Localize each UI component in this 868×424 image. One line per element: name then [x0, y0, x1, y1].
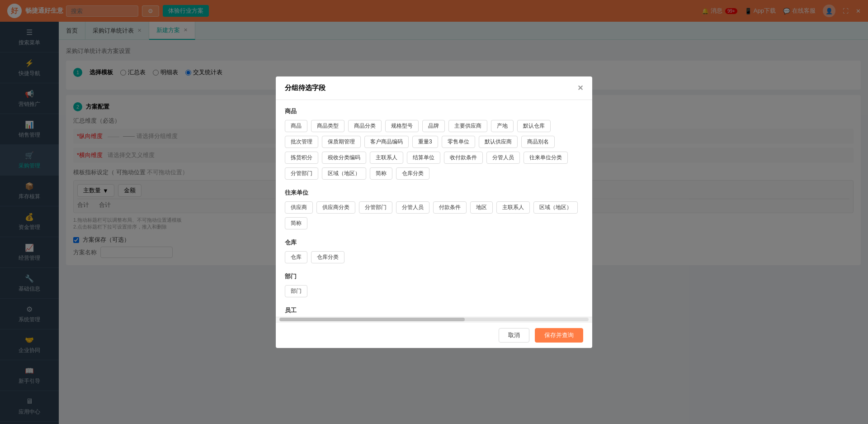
- tag-area-region2[interactable]: 区域（地区）: [533, 201, 578, 214]
- section-dept-title: 部门: [285, 272, 583, 281]
- section-product-title: 商品: [285, 107, 583, 115]
- tag-default-supplier[interactable]: 默认供应商: [479, 136, 518, 148]
- tag-main-supplier[interactable]: 主要供应商: [448, 120, 487, 132]
- modal-header: 分组待选字段 ✕: [276, 76, 592, 100]
- tag-warehouse-cat[interactable]: 仓库分类: [311, 251, 344, 263]
- tag-mgmt-dept[interactable]: 分管部门: [285, 167, 318, 180]
- section-warehouse-title: 仓库: [285, 238, 583, 247]
- modal-footer: 取消 保存并查询: [276, 322, 592, 348]
- h-scrollbar-thumb[interactable]: [279, 318, 465, 321]
- tag-origin[interactable]: 产地: [491, 120, 514, 132]
- section-partner: 往来单位 供应商 供应商分类 分管部门 分管人员 付款条件 地区 主联系人 区域…: [285, 189, 583, 229]
- tag-abbr[interactable]: 简称: [370, 167, 392, 180]
- tag-abbr2[interactable]: 简称: [285, 217, 307, 229]
- tag-dept[interactable]: 部门: [285, 285, 307, 297]
- modal-bottom-scrollbar[interactable]: [276, 317, 592, 322]
- tag-product[interactable]: 商品: [285, 120, 307, 132]
- tag-retail-unit[interactable]: 零售单位: [442, 136, 475, 148]
- confirm-button[interactable]: 保存并查询: [535, 328, 583, 343]
- tag-brand[interactable]: 品牌: [422, 120, 445, 132]
- tag-settlement-unit[interactable]: 结算单位: [407, 152, 440, 164]
- section-employee-title: 员工: [285, 306, 583, 314]
- tag-pick-points[interactable]: 拣货积分: [285, 152, 318, 164]
- modal-close-button[interactable]: ✕: [577, 84, 583, 92]
- tag-spec-model[interactable]: 规格型号: [385, 120, 419, 132]
- cancel-button[interactable]: 取消: [499, 328, 529, 343]
- tag-supplier[interactable]: 供应商: [285, 201, 313, 214]
- modal-title: 分组待选字段: [285, 84, 326, 92]
- tag-warehouse-category[interactable]: 仓库分类: [396, 167, 429, 180]
- warehouse-tags: 仓库 仓库分类: [285, 251, 583, 263]
- tag-pay-condition[interactable]: 付款条件: [433, 201, 467, 214]
- tag-warehouse[interactable]: 仓库: [285, 251, 307, 263]
- tag-product-alias[interactable]: 商品别名: [521, 136, 555, 148]
- modal-body: 商品 商品 商品类型 商品分类 规格型号 品牌 主要供应商 产地 默认仓库 批次…: [276, 100, 592, 317]
- section-warehouse: 仓库 仓库 仓库分类: [285, 238, 583, 263]
- tag-manager[interactable]: 分管人员: [486, 152, 520, 164]
- partner-tags: 供应商 供应商分类 分管部门 分管人员 付款条件 地区 主联系人 区域（地区） …: [285, 201, 583, 229]
- section-product: 商品 商品 商品类型 商品分类 规格型号 品牌 主要供应商 产地 默认仓库 批次…: [285, 107, 583, 180]
- modal-overlay: 分组待选字段 ✕ 商品 商品 商品类型 商品分类 规格型号 品牌 主要供应商 产…: [0, 0, 868, 424]
- tag-product-type[interactable]: 商品类型: [311, 120, 344, 132]
- tag-partner-dept[interactable]: 分管部门: [359, 201, 392, 214]
- tag-product-category[interactable]: 商品分类: [348, 120, 382, 132]
- tag-tax-code[interactable]: 税收分类编码: [322, 152, 366, 164]
- tag-main-contact[interactable]: 主联系人: [370, 152, 403, 164]
- tag-region[interactable]: 地区: [470, 201, 493, 214]
- tag-partner-manager[interactable]: 分管人员: [396, 201, 429, 214]
- tag-expiry-mgmt[interactable]: 保质期管理: [322, 136, 361, 148]
- tag-customer-code[interactable]: 客户商品编码: [364, 136, 409, 148]
- tag-partner-category[interactable]: 往来单位分类: [524, 152, 568, 164]
- tag-area-region[interactable]: 区域（地区）: [322, 167, 366, 180]
- tag-main-contact2[interactable]: 主联系人: [496, 201, 530, 214]
- tag-batch-mgmt[interactable]: 批次管理: [285, 136, 318, 148]
- tag-payment-terms[interactable]: 收付款条件: [444, 152, 483, 164]
- dept-tags: 部门: [285, 285, 583, 297]
- section-employee: 员工 业务员: [285, 306, 583, 317]
- h-scrollbar-track[interactable]: [279, 318, 589, 321]
- section-dept: 部门 部门: [285, 272, 583, 297]
- tag-default-warehouse[interactable]: 默认仓库: [517, 120, 551, 132]
- product-tags: 商品 商品类型 商品分类 规格型号 品牌 主要供应商 产地 默认仓库 批次管理 …: [285, 120, 583, 180]
- tag-weight3[interactable]: 重量3: [412, 136, 438, 148]
- modal-dialog: 分组待选字段 ✕ 商品 商品 商品类型 商品分类 规格型号 品牌 主要供应商 产…: [276, 76, 592, 348]
- tag-supplier-category[interactable]: 供应商分类: [316, 201, 355, 214]
- section-partner-title: 往来单位: [285, 189, 583, 197]
